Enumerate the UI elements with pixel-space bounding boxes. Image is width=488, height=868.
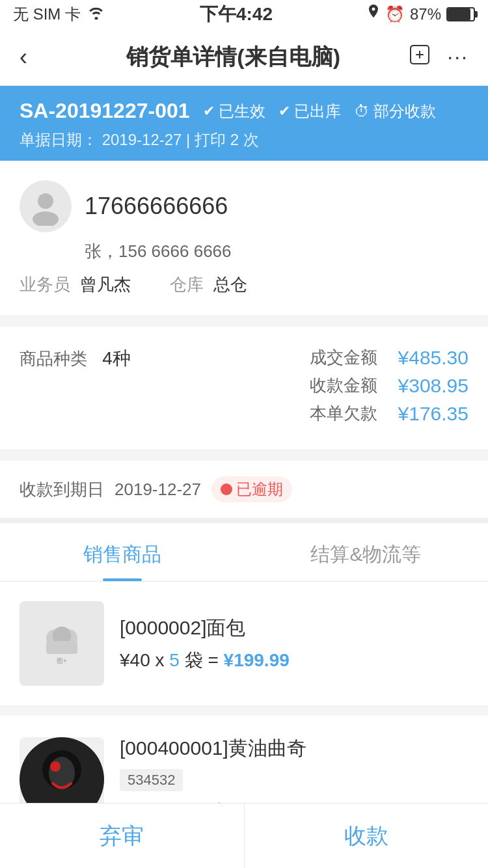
- status-active: ✔ 已生效: [203, 101, 265, 122]
- product-name-1: [0000002]面包: [120, 615, 468, 642]
- salesman-label: 业务员: [20, 275, 70, 294]
- status-partial: ⏱ 部分收款: [354, 101, 436, 122]
- customer-meta: 业务员 曾凡杰 仓库 总仓: [20, 273, 468, 296]
- no-sim-label: 无 SIM 卡: [13, 4, 81, 25]
- status-left: 无 SIM 卡: [13, 4, 105, 25]
- product-qty-1: 5: [169, 650, 180, 670]
- customer-sub-info: 张，156 6666 6666: [20, 240, 468, 263]
- share-icon[interactable]: [408, 43, 431, 71]
- debt-value: ¥176.35: [390, 403, 468, 425]
- customer-phone: 17666666666: [85, 193, 228, 220]
- product-thumbnail-1: 图+: [20, 601, 104, 686]
- due-date-section: 收款到期日 2019-12-27 已逾期: [0, 461, 488, 523]
- due-date-label: 收款到期日: [20, 478, 104, 501]
- overdue-badge: 已逾期: [211, 476, 292, 502]
- nav-bar: ‹ 销货单详情(来自电脑) ···: [0, 29, 488, 86]
- product-item: 图+ [0000002]面包 ¥40 x 5 袋 = ¥199.99: [0, 582, 488, 705]
- battery-icon: [446, 7, 475, 21]
- status-right: ⏰ 87%: [367, 5, 475, 24]
- order-header-banner: SA-20191227-001 ✔ 已生效 ✔ 已出库 ⏱ 部分收款 单据日期：…: [0, 86, 488, 161]
- tab-sales-products[interactable]: 销售商品: [0, 523, 244, 581]
- product-kinds-value: 4种: [102, 348, 131, 368]
- wifi-icon: [87, 5, 105, 23]
- product-info-1: [0000002]面包 ¥40 x 5 袋 = ¥199.99: [120, 615, 468, 673]
- svg-point-1: [38, 193, 53, 209]
- customer-avatar: [20, 180, 72, 232]
- stats-section: 商品种类 4种 成交金额 ¥485.30 收款金额 ¥308.95 本单欠款 ¥…: [0, 327, 488, 450]
- due-date-value: 2019-12-27: [115, 480, 201, 500]
- amount-label: 成交金额: [310, 346, 377, 369]
- svg-point-2: [33, 211, 59, 226]
- clock-icon: ⏱: [354, 102, 370, 120]
- product-name-2: [000400001]黄油曲奇: [120, 735, 468, 762]
- received-value: ¥308.95: [390, 375, 468, 397]
- product-price-1: ¥40 x 5 袋 = ¥199.99: [120, 648, 468, 673]
- nav-right: ···: [408, 43, 468, 71]
- product-kinds-label: 商品种类 4种: [20, 346, 131, 371]
- svg-point-11: [50, 761, 61, 772]
- cancel-button[interactable]: 弃审: [0, 804, 245, 868]
- check-shipped-icon: ✔: [278, 103, 290, 120]
- status-time: 下午4:42: [200, 2, 273, 27]
- alarm-icon: ⏰: [385, 5, 405, 23]
- received-label: 收款金额: [310, 374, 377, 397]
- tab-settlement[interactable]: 结算&物流等: [244, 523, 488, 581]
- product-total-1: ¥199.99: [224, 650, 290, 670]
- overdue-text: 已逾期: [236, 479, 283, 500]
- bottom-bar: 弃审 收款: [0, 803, 488, 868]
- amount-value: ¥485.30: [390, 347, 468, 369]
- status-bar: 无 SIM 卡 下午4:42 ⏰ 87%: [0, 0, 488, 29]
- confirm-button[interactable]: 收款: [245, 804, 489, 868]
- back-button[interactable]: ‹: [20, 44, 59, 71]
- status-shipped: ✔ 已出库: [278, 101, 341, 122]
- location-icon: [367, 5, 380, 24]
- tabs-bar: 销售商品 结算&物流等: [0, 523, 488, 582]
- product-tag-2: 534532: [120, 769, 183, 791]
- svg-text:图+: 图+: [57, 657, 67, 664]
- salesman-value: 曾凡杰: [80, 275, 131, 294]
- customer-section: 17666666666 张，156 6666 6666 业务员 曾凡杰 仓库 总…: [0, 161, 488, 316]
- order-id: SA-20191227-001: [20, 99, 190, 123]
- warehouse-value: 总仓: [213, 275, 247, 294]
- debt-label: 本单欠款: [310, 402, 377, 425]
- check-active-icon: ✔: [203, 103, 215, 120]
- battery-percent: 87%: [410, 5, 441, 23]
- svg-rect-6: [46, 641, 77, 654]
- nav-title: 销货单详情(来自电脑): [59, 42, 408, 72]
- more-icon[interactable]: ···: [447, 45, 468, 69]
- overdue-dot-icon: [221, 483, 232, 495]
- order-date-row: 单据日期： 2019-12-27 | 打印 2 次: [20, 129, 468, 150]
- warehouse-label: 仓库: [170, 275, 204, 294]
